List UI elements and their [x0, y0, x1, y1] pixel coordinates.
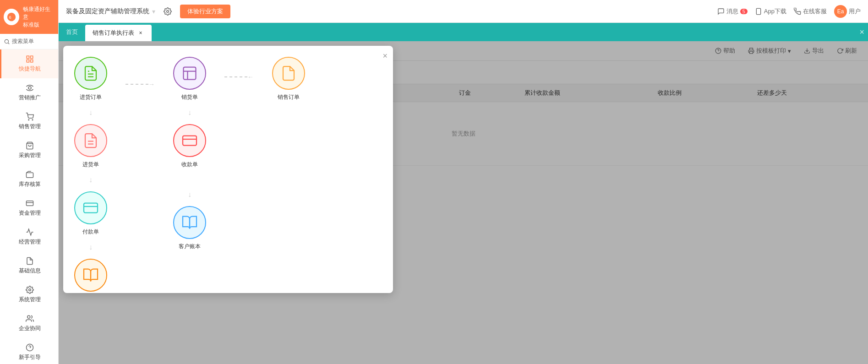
svg-rect-12 — [27, 173, 33, 178]
sidebar-logo[interactable]: 6 畅康通好生意 标准版 — [0, 0, 58, 34]
sidebar-nav: 快捷导航 营销推广 销售管理 采购管理 库存核算 资金管理 — [0, 49, 58, 364]
sales-bill-circle — [173, 57, 206, 90]
flow-arrows-mid: → — [126, 57, 155, 225]
sidebar-item-finance[interactable]: 资金管理 — [0, 194, 58, 223]
sidebar-item-quick-nav[interactable]: 快捷导航 — [0, 49, 58, 78]
header-system-title: 装备及固定资产辅助管理系统 ▾ — [66, 7, 155, 16]
sidebar-item-guide[interactable]: 新手引导 — [0, 338, 58, 364]
tab-sales-order-exec[interactable]: 销售订单执行表 × — [85, 25, 152, 41]
purchase-order-label: 进货订单 — [80, 93, 102, 101]
flow-node-supplier-ledger[interactable]: 供应商账本 — [74, 259, 107, 293]
purchase-bill-circle — [74, 124, 107, 157]
avatar: Ea — [834, 5, 847, 18]
popup-close-btn[interactable]: × — [382, 51, 388, 61]
flow-node-sales-order[interactable]: 销售订单 — [272, 57, 305, 101]
svg-point-19 — [167, 10, 169, 12]
sidebar-item-sales[interactable]: 销售管理 — [0, 107, 58, 136]
app-download-btn[interactable]: App下载 — [755, 7, 786, 16]
svg-line-3 — [8, 43, 10, 44]
sidebar-item-label: 库存核算 — [19, 180, 41, 188]
svg-point-9 — [28, 120, 29, 120]
customer-ledger-label: 客户账本 — [179, 243, 201, 250]
content-area: 帮助 按模板打印 ▾ 导出 刷新 — [59, 41, 868, 364]
arrow-down-2: ↓ — [89, 176, 93, 184]
payment-label: 付款单 — [82, 228, 99, 236]
h-arrow-sales: ← — [224, 57, 254, 97]
sidebar-item-label: 经营管理 — [19, 238, 41, 246]
svg-rect-4 — [27, 56, 29, 59]
sidebar-item-system[interactable]: 系统管理 — [0, 280, 58, 309]
arrow-down-5: ↓ — [188, 190, 191, 199]
svg-point-0 — [7, 13, 16, 21]
popup-overlay: × 进货订单 ↓ — [59, 41, 868, 364]
sales-order-label: 销售订单 — [278, 93, 300, 101]
sidebar-search[interactable]: 搜索菜单 — [0, 34, 58, 49]
sidebar-item-label: 销售管理 — [19, 123, 41, 130]
flow-node-sales-bill[interactable]: 销货单 — [173, 57, 206, 101]
receipt-circle — [173, 124, 206, 157]
top-header: 装备及固定资产辅助管理系统 ▾ 体验行业方案 消息 5 App下载 — [59, 0, 868, 23]
flow-col-left: 进货订单 ↓ 进货单 ↓ — [74, 57, 107, 293]
header-right: 消息 5 App下载 在线客服 Ea 用户 — [717, 5, 861, 18]
sidebar: 6 畅康通好生意 标准版 搜索菜单 快捷导航 营销推广 销售管理 — [0, 0, 59, 364]
sidebar-item-label: 系统管理 — [19, 296, 41, 304]
flow-diagram: 进货订单 ↓ 进货单 ↓ — [74, 57, 382, 293]
tab-close-btn[interactable]: × — [137, 29, 144, 37]
flow-col-right: 销货单 ↓ 收款单 ↓ — [173, 57, 206, 250]
svg-point-8 — [28, 87, 31, 89]
sidebar-item-label: 营销推广 — [19, 94, 41, 102]
flow-node-customer-ledger[interactable]: 客户账本 — [173, 206, 206, 250]
arrow-down-1: ↓ — [89, 109, 93, 117]
tab-home[interactable]: 首页 — [59, 23, 85, 41]
receipt-label: 收款单 — [181, 161, 198, 168]
close-all-btn[interactable]: × — [859, 27, 864, 37]
flow-node-purchase-order[interactable]: 进货订单 — [74, 57, 107, 101]
flow-node-purchase-bill[interactable]: 进货单 — [74, 124, 107, 168]
svg-point-2 — [5, 39, 8, 43]
flow-node-payment[interactable]: 付款单 — [74, 191, 107, 236]
online-service-btn[interactable]: 在线客服 — [794, 7, 827, 16]
svg-text:6: 6 — [9, 15, 11, 20]
sidebar-item-enterprise[interactable]: 企业协同 — [0, 309, 58, 338]
sidebar-item-label: 基础信息 — [19, 267, 41, 275]
flow-node-receipt[interactable]: 收款单 — [173, 124, 206, 168]
logo-icon: 6 — [4, 9, 19, 25]
svg-rect-5 — [31, 56, 33, 59]
svg-point-15 — [29, 289, 31, 291]
sidebar-item-label: 快捷导航 — [19, 65, 41, 73]
purchase-bill-label: 进货单 — [82, 161, 99, 168]
user-menu[interactable]: Ea 用户 — [834, 5, 861, 18]
svg-rect-32 — [184, 67, 196, 80]
purchase-order-circle — [74, 57, 107, 90]
sidebar-item-inventory[interactable]: 库存核算 — [0, 165, 58, 194]
sidebar-item-base[interactable]: 基础信息 — [0, 251, 58, 280]
payment-circle — [74, 191, 107, 224]
gear-button[interactable] — [161, 5, 175, 18]
svg-rect-6 — [27, 60, 29, 62]
flow-col-sales-order-node: 销售订单 — [272, 57, 305, 101]
sidebar-item-label: 采购管理 — [19, 152, 41, 159]
sidebar-search-label: 搜索菜单 — [12, 38, 34, 45]
experience-btn[interactable]: 体验行业方案 — [180, 5, 230, 18]
sidebar-item-label: 企业协同 — [19, 325, 41, 332]
supplier-ledger-circle — [74, 259, 107, 292]
svg-point-16 — [27, 316, 30, 319]
svg-rect-35 — [183, 136, 197, 146]
sidebar-item-label: 资金管理 — [19, 209, 41, 217]
sidebar-item-label: 新手引导 — [19, 353, 41, 361]
svg-point-10 — [32, 120, 33, 120]
main-area: 装备及固定资产辅助管理系统 ▾ 体验行业方案 消息 5 App下载 — [59, 0, 868, 364]
sidebar-item-purchase[interactable]: 采购管理 — [0, 136, 58, 165]
sidebar-item-operations[interactable]: 经营管理 — [0, 223, 58, 251]
sidebar-item-marketing[interactable]: 营销推广 — [0, 78, 58, 107]
arrow-down-4: ↓ — [188, 109, 191, 117]
customer-ledger-circle — [173, 206, 206, 239]
flow-col-sales-order: ← — [224, 57, 254, 97]
svg-rect-13 — [27, 201, 33, 206]
sales-bill-label: 销货单 — [181, 93, 198, 101]
h-arrow-1: → — [126, 64, 155, 104]
logo-text: 畅康通好生意 标准版 — [23, 5, 55, 28]
popup-card: × 进货订单 ↓ — [63, 46, 393, 293]
message-btn[interactable]: 消息 5 — [717, 7, 748, 16]
svg-rect-7 — [31, 60, 33, 62]
